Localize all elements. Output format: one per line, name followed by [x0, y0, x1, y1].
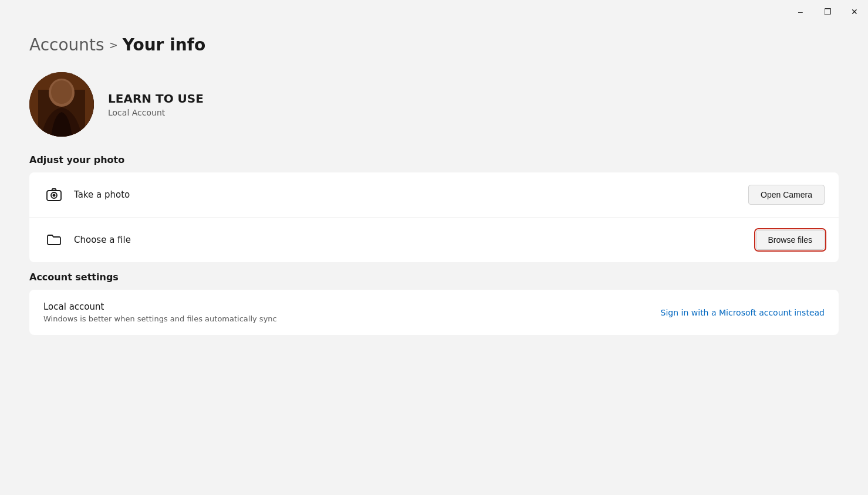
minimize-button[interactable]: –: [787, 0, 814, 23]
local-account-title: Local account: [43, 301, 277, 312]
breadcrumb-separator: >: [109, 39, 118, 51]
take-photo-row: Take a photo Open Camera: [29, 172, 839, 218]
restore-button[interactable]: ❐: [814, 0, 841, 23]
camera-icon: [43, 184, 65, 205]
breadcrumb: Accounts > Your info: [29, 35, 839, 55]
folder-icon: [43, 229, 65, 250]
titlebar: – ❐ ✕: [0, 0, 868, 23]
user-profile: LEARN TO USE Local Account: [29, 72, 839, 137]
browse-files-button[interactable]: Browse files: [756, 230, 825, 250]
local-account-row: Local account Windows is better when set…: [29, 290, 839, 335]
breadcrumb-accounts[interactable]: Accounts: [29, 35, 104, 55]
settings-window: – ❐ ✕ Accounts > Your info: [0, 0, 868, 495]
main-content: Accounts > Your info: [0, 23, 868, 495]
avatar-image: [29, 72, 94, 137]
adjust-photo-card: Take a photo Open Camera Choose a file B…: [29, 172, 839, 262]
account-settings-text: Local account Windows is better when set…: [43, 301, 277, 323]
user-account-type: Local Account: [108, 108, 204, 117]
choose-file-row: Choose a file Browse files: [29, 218, 839, 262]
user-name: LEARN TO USE: [108, 91, 204, 106]
breadcrumb-current: Your info: [123, 35, 205, 55]
local-account-subtitle: Windows is better when settings and file…: [43, 314, 277, 323]
avatar: [29, 72, 94, 137]
svg-point-7: [53, 194, 56, 197]
take-photo-text: Take a photo: [74, 189, 748, 200]
account-settings-content: Local account Windows is better when set…: [43, 301, 825, 323]
account-settings-card: Local account Windows is better when set…: [29, 290, 839, 335]
titlebar-controls: – ❐ ✕: [787, 0, 868, 23]
svg-point-4: [51, 80, 72, 104]
adjust-photo-label: Adjust your photo: [29, 154, 839, 165]
choose-file-text: Choose a file: [74, 235, 756, 245]
avatar-silhouette: [29, 72, 94, 137]
user-info: LEARN TO USE Local Account: [108, 91, 204, 117]
sign-in-microsoft-link[interactable]: Sign in with a Microsoft account instead: [661, 308, 825, 317]
close-button[interactable]: ✕: [841, 0, 868, 23]
open-camera-button[interactable]: Open Camera: [748, 185, 825, 205]
account-settings-label: Account settings: [29, 272, 839, 283]
